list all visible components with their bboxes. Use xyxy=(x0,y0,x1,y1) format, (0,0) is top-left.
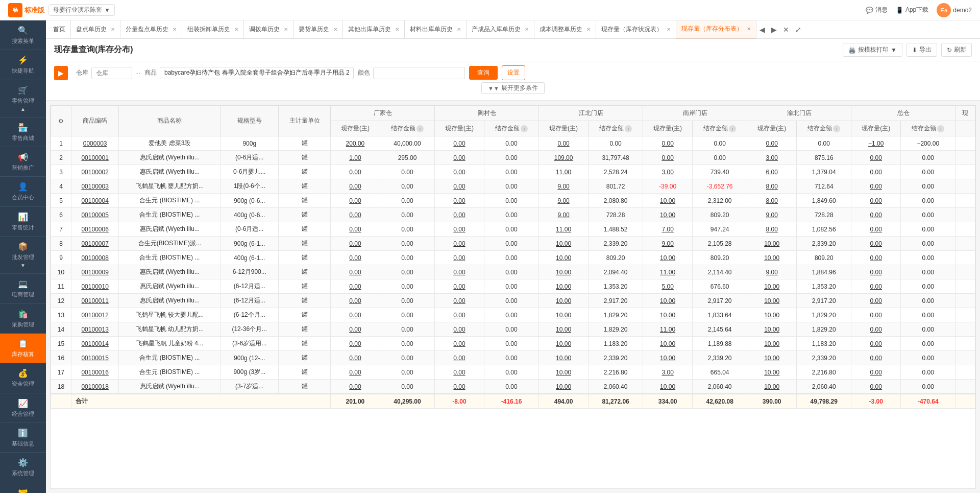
row-code[interactable]: 00100005 xyxy=(71,208,119,222)
row-stock-4[interactable]: 10.00 xyxy=(747,294,797,308)
row-stock-2[interactable]: 9.00 xyxy=(539,208,589,222)
row-stock-4[interactable]: 3.00 xyxy=(747,151,797,165)
goods-input[interactable] xyxy=(160,67,354,79)
row-stock-1[interactable]: 0.00 xyxy=(435,222,484,237)
row-stock-5[interactable]: 0.00 xyxy=(851,308,901,322)
row-code[interactable]: 0000003 xyxy=(71,136,119,151)
sidebar-item-inventory[interactable]: 📋 库存核算 xyxy=(0,334,46,363)
print-btn[interactable]: 🖨️ 按模板打印 ▼ xyxy=(843,43,902,57)
row-stock-4[interactable]: 10.00 xyxy=(747,237,797,251)
row-stock-2[interactable]: 10.00 xyxy=(539,351,589,365)
tab-partial-check[interactable]: 分量盘点单历史 ✕ xyxy=(120,20,182,39)
row-stock-0[interactable]: 0.00 xyxy=(331,337,380,351)
row-stock-2[interactable]: 9.00 xyxy=(539,194,589,208)
row-stock-1[interactable]: 0.00 xyxy=(435,165,484,179)
row-stock-5[interactable]: 0.00 xyxy=(851,380,901,394)
row-code[interactable]: 00100001 xyxy=(71,151,119,165)
row-stock-1[interactable]: 0.00 xyxy=(435,194,484,208)
tab-close-icon[interactable]: ✕ xyxy=(395,27,399,32)
sidebar-item-system[interactable]: ⚙️ 系统管理 xyxy=(0,453,46,482)
row-stock-0[interactable]: 0.00 xyxy=(331,237,380,251)
tab-cost-adjust[interactable]: 成本调整单历史 ✕ xyxy=(534,20,596,39)
row-stock-0[interactable]: 0.00 xyxy=(331,279,380,294)
tab-close-icon[interactable]: ✕ xyxy=(747,26,751,32)
tab-order[interactable]: 要货单历史 ✕ xyxy=(293,20,343,39)
row-stock-4[interactable]: 0.00 xyxy=(747,136,797,151)
tab-close-icon[interactable]: ✕ xyxy=(525,27,529,32)
row-stock-1[interactable]: 0.00 xyxy=(435,251,484,265)
sidebar-item-finance[interactable]: 💰 资金管理 xyxy=(0,363,46,393)
row-stock-3[interactable]: 10.00 xyxy=(643,380,693,394)
row-stock-1[interactable]: 0.00 xyxy=(435,322,484,337)
row-stock-1[interactable]: 0.00 xyxy=(435,237,484,251)
row-code[interactable]: 00100008 xyxy=(71,251,119,265)
row-stock-2[interactable]: 10.00 xyxy=(539,337,589,351)
sidebar-item-basic-info[interactable]: ℹ️ 基础信息 xyxy=(0,423,46,453)
row-stock-3[interactable]: 5.00 xyxy=(643,279,693,294)
row-stock-5[interactable]: 0.00 xyxy=(851,165,901,179)
row-stock-5[interactable]: 0.00 xyxy=(851,265,901,279)
row-stock-1[interactable]: 0.00 xyxy=(435,365,484,380)
row-stock-5[interactable]: 0.00 xyxy=(851,351,901,365)
sidebar-item-marketing[interactable]: 📢 营销推广 xyxy=(0,147,46,177)
info-icon[interactable]: i xyxy=(729,125,736,132)
row-stock-2[interactable]: 10.00 xyxy=(539,279,589,294)
tab-next-btn[interactable]: ▶ xyxy=(768,20,780,39)
row-stock-2[interactable]: 10.00 xyxy=(539,251,589,265)
row-stock-2[interactable]: 11.00 xyxy=(539,165,589,179)
row-stock-0[interactable]: 0.00 xyxy=(331,308,380,322)
row-code[interactable]: 00100002 xyxy=(71,165,119,179)
row-stock-3[interactable]: 0.00 xyxy=(643,151,693,165)
tab-other-out[interactable]: 其他出库单历史 ✕ xyxy=(343,20,405,39)
row-code[interactable]: 00100011 xyxy=(71,294,119,308)
message-btn[interactable]: 💬 消息 xyxy=(866,6,888,14)
tab-close-icon[interactable]: ✕ xyxy=(173,27,177,32)
row-stock-4[interactable]: 8.00 xyxy=(747,179,797,194)
color-input[interactable] xyxy=(373,67,465,79)
tab-expand-btn[interactable]: ⤢ xyxy=(792,20,804,39)
row-code[interactable]: 00100014 xyxy=(71,337,119,351)
info-icon[interactable]: i xyxy=(833,125,840,132)
collapse-btn[interactable]: ▶ xyxy=(54,66,68,80)
row-stock-1[interactable]: 0.00 xyxy=(435,294,484,308)
info-icon[interactable]: i xyxy=(416,125,424,132)
row-code[interactable]: 00100015 xyxy=(71,351,119,365)
info-icon[interactable]: i xyxy=(937,125,944,132)
row-stock-1[interactable]: 0.00 xyxy=(435,308,484,322)
info-icon[interactable]: i xyxy=(521,125,528,132)
row-stock-1[interactable]: 0.00 xyxy=(435,265,484,279)
tab-stock-dist[interactable]: 现存量（库存分布表） ✕ xyxy=(676,20,756,39)
sidebar-item-collab[interactable]: 🤝 企业协同 xyxy=(0,482,46,493)
row-code[interactable]: 00100009 xyxy=(71,265,119,279)
sidebar-item-member[interactable]: 👤 会员中心 xyxy=(0,177,46,206)
warehouse-more-icon[interactable]: ··· xyxy=(135,69,140,77)
expand-conditions-btn[interactable]: ▼▼ 展开更多条件 xyxy=(481,82,545,94)
row-stock-2[interactable]: 0.00 xyxy=(539,136,589,151)
company-selector[interactable]: 母婴行业演示陈套 ▼ xyxy=(48,4,115,16)
row-stock-4[interactable]: 10.00 xyxy=(747,365,797,380)
row-stock-5[interactable]: 0.00 xyxy=(851,222,901,237)
row-stock-1[interactable]: 0.00 xyxy=(435,351,484,365)
row-stock-5[interactable]: 0.00 xyxy=(851,322,901,337)
row-stock-5[interactable]: 0.00 xyxy=(851,208,901,222)
row-stock-3[interactable]: -39.00 xyxy=(643,179,693,194)
sidebar-item-nav[interactable]: ⚡ 快捷导航 xyxy=(0,50,46,80)
row-code[interactable]: 00100012 xyxy=(71,308,119,322)
row-stock-1[interactable]: 0.00 xyxy=(435,136,484,151)
row-code[interactable]: 00100007 xyxy=(71,237,119,251)
row-stock-3[interactable]: 11.00 xyxy=(643,322,693,337)
row-stock-3[interactable]: 7.00 xyxy=(643,222,693,237)
row-stock-1[interactable]: 0.00 xyxy=(435,179,484,194)
row-stock-2[interactable]: 10.00 xyxy=(539,237,589,251)
tab-close-all-btn[interactable]: ✕ xyxy=(780,20,792,39)
query-button[interactable]: 查询 xyxy=(469,66,498,80)
row-stock-5[interactable]: 0.00 xyxy=(851,279,901,294)
row-stock-4[interactable]: 10.00 xyxy=(747,308,797,322)
row-stock-3[interactable]: 10.00 xyxy=(643,294,693,308)
row-stock-5[interactable]: 0.00 xyxy=(851,179,901,194)
row-stock-4[interactable]: 10.00 xyxy=(747,322,797,337)
sidebar-item-search[interactable]: 🔍 搜索英单 xyxy=(0,20,46,50)
row-stock-2[interactable]: 10.00 xyxy=(539,365,589,380)
row-code[interactable]: 00100003 xyxy=(71,179,119,194)
info-icon[interactable]: i xyxy=(625,125,632,132)
